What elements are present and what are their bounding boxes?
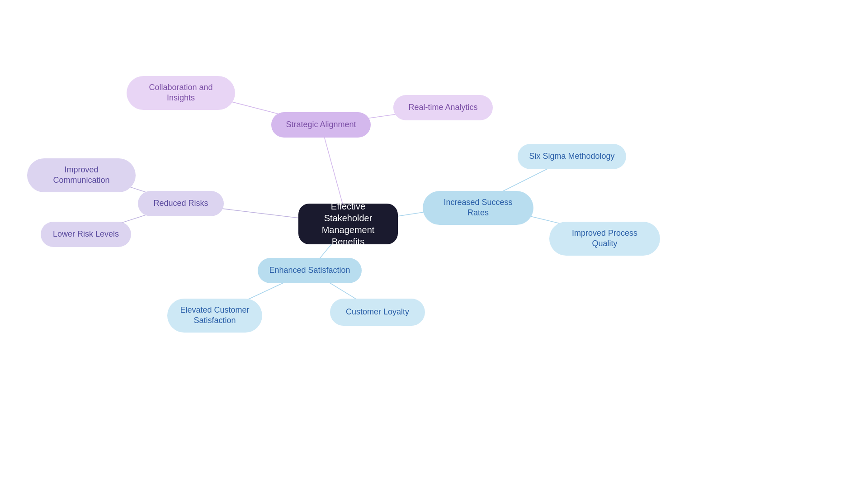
improved-process-quality-node: Improved Process Quality: [549, 222, 660, 256]
connections-svg: [0, 0, 868, 490]
strategic-alignment-node: Strategic Alignment: [271, 112, 371, 138]
customer-loyalty-node: Customer Loyalty: [330, 299, 425, 326]
collaboration-insights-node: Collaboration and Insights: [127, 76, 235, 110]
center-node: Effective Stakeholder Management Benefit…: [298, 204, 398, 244]
elevated-customer-satisfaction-node: Elevated Customer Satisfaction: [167, 299, 262, 333]
six-sigma-methodology-node: Six Sigma Methodology: [518, 144, 626, 169]
increased-success-rates-node: Increased Success Rates: [423, 191, 533, 225]
mindmap-container: Effective Stakeholder Management Benefit…: [0, 0, 868, 490]
enhanced-satisfaction-node: Enhanced Satisfaction: [258, 258, 362, 283]
improved-communication-node: Improved Communication: [27, 158, 136, 192]
reduced-risks-node: Reduced Risks: [138, 191, 224, 216]
lower-risk-levels-node: Lower Risk Levels: [41, 222, 131, 247]
real-time-analytics-node: Real-time Analytics: [393, 95, 493, 120]
